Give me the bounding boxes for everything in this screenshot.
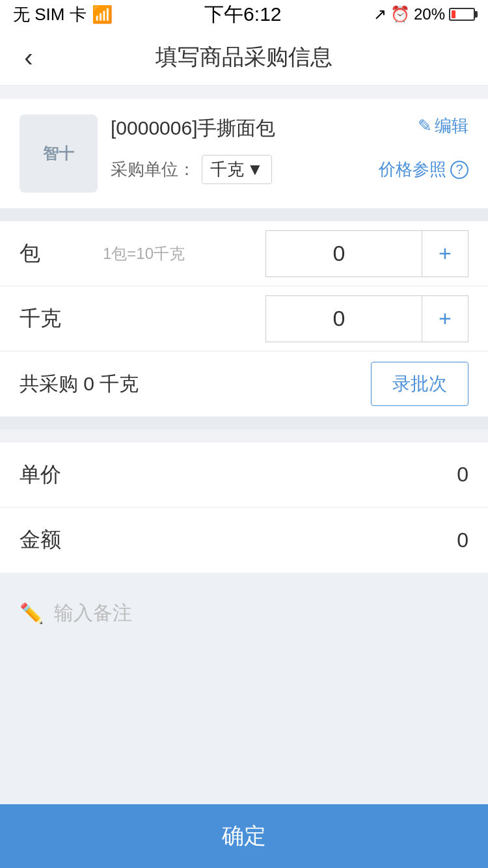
- dropdown-arrow-icon: ▼: [247, 159, 264, 180]
- product-header: [0000006]手撕面包 ✎ 编辑: [111, 115, 468, 142]
- price-ref-label: 价格参照: [379, 158, 446, 181]
- amount-row: 金额 0: [0, 508, 488, 573]
- status-right: ↗ ⏰ 20%: [373, 5, 475, 23]
- notes-placeholder: 输入备注: [54, 600, 132, 627]
- input-section: 包 1包=10千克 + 千克 + 共采购 0 千克 录批次: [0, 221, 488, 416]
- alarm-icon: ⏰: [390, 5, 410, 23]
- edit-icon: ✎: [418, 116, 432, 136]
- price-reference-button[interactable]: 价格参照 ?: [379, 158, 468, 181]
- kg-plus-button[interactable]: +: [422, 295, 468, 342]
- notes-section[interactable]: ✏️ 输入备注: [0, 574, 488, 652]
- page-title: 填写商品采购信息: [156, 42, 332, 72]
- product-name: [0000006]手撕面包: [111, 115, 275, 142]
- nav-bar: ‹ 填写商品采购信息: [0, 29, 488, 86]
- amount-value: 0: [457, 528, 468, 552]
- price-section: 单价 0 金额 0: [0, 442, 488, 573]
- wifi-icon: 📶: [92, 5, 113, 25]
- purchase-unit: 采购单位： 千克 ▼: [111, 155, 272, 184]
- unit-price-row: 单价 0: [0, 442, 488, 508]
- bao-input-row: 包 1包=10千克 +: [0, 221, 488, 286]
- total-row: 共采购 0 千克 录批次: [0, 351, 488, 416]
- edit-label: 编辑: [435, 115, 468, 137]
- amount-label: 金额: [20, 526, 61, 554]
- status-bar: 无 SIM 卡 📶 下午6:12 ↗ ⏰ 20%: [0, 0, 488, 29]
- unit-value: 千克: [210, 158, 244, 181]
- kg-label: 千克: [20, 305, 98, 333]
- divider-top: [0, 208, 488, 221]
- back-arrow-icon: ‹: [24, 44, 33, 70]
- product-thumbnail: 智十: [20, 115, 98, 193]
- bao-label: 包: [20, 239, 98, 268]
- unit-price-label: 单价: [20, 461, 61, 489]
- product-meta: 采购单位： 千克 ▼ 价格参照 ?: [111, 155, 468, 184]
- purchase-unit-label: 采购单位：: [111, 158, 195, 181]
- divider-middle: [0, 416, 488, 429]
- confirm-button-label: 确定: [222, 821, 266, 851]
- bao-sublabel: 1包=10千克: [103, 243, 185, 264]
- product-info: [0000006]手撕面包 ✎ 编辑 采购单位： 千克 ▼ 价格参照 ?: [111, 115, 468, 184]
- bao-input[interactable]: [265, 230, 422, 277]
- status-left: 无 SIM 卡 📶: [13, 3, 113, 26]
- edit-button[interactable]: ✎ 编辑: [418, 115, 468, 137]
- back-button[interactable]: ‹: [0, 29, 57, 86]
- unit-price-value: 0: [457, 463, 468, 487]
- pencil-icon: ✏️: [20, 602, 44, 625]
- total-amount-text: 共采购 0 千克: [20, 371, 139, 398]
- status-time: 下午6:12: [204, 1, 281, 28]
- bao-input-wrap: +: [185, 230, 468, 277]
- thumb-text: 智十: [43, 143, 74, 164]
- record-batch-button[interactable]: 录批次: [371, 362, 468, 406]
- battery-percent: 20%: [414, 5, 445, 23]
- bao-plus-button[interactable]: +: [422, 230, 468, 277]
- unit-dropdown[interactable]: 千克 ▼: [202, 155, 272, 184]
- price-ref-info-icon: ?: [450, 161, 468, 179]
- location-icon: ↗: [373, 5, 386, 23]
- confirm-bar[interactable]: 确定: [0, 804, 488, 868]
- kg-input-row: 千克 +: [0, 286, 488, 351]
- kg-input[interactable]: [265, 295, 422, 342]
- sim-label: 无 SIM 卡: [13, 3, 87, 26]
- kg-input-wrap: +: [98, 295, 468, 342]
- product-card: 智十 [0000006]手撕面包 ✎ 编辑 采购单位： 千克 ▼ 价格参照 ?: [0, 99, 488, 208]
- battery-icon: [449, 8, 475, 21]
